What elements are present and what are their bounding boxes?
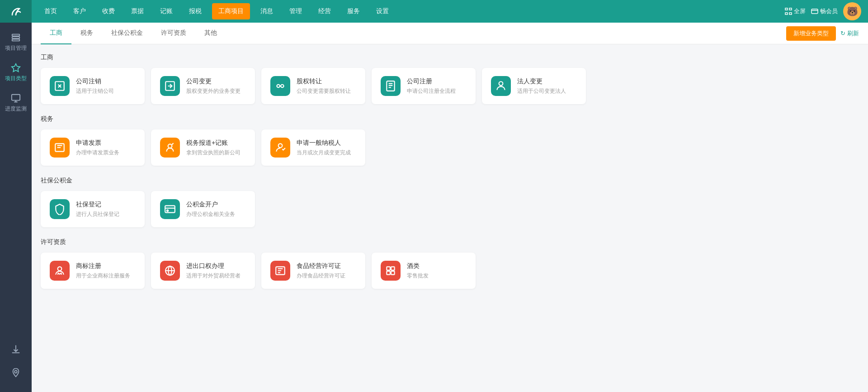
card-alcohol[interactable]: 酒类 零售批发 bbox=[372, 253, 476, 289]
sidebar-item-download[interactable] bbox=[0, 339, 32, 360]
card-info-equity-transfer: 股权转让 公司变更需要股权转让 bbox=[297, 77, 351, 95]
refresh-button[interactable]: ↻ 刷新 bbox=[840, 29, 859, 38]
tab-other[interactable]: 其他 bbox=[195, 23, 226, 44]
card-name-alcohol: 酒类 bbox=[407, 262, 429, 270]
tab-shuiwu[interactable]: 税务 bbox=[71, 23, 102, 44]
card-icon-company-cancel bbox=[50, 76, 70, 96]
nav-service[interactable]: 服务 bbox=[339, 0, 368, 23]
svg-rect-2 bbox=[785, 13, 788, 14]
svg-point-13 bbox=[277, 85, 280, 88]
svg-rect-20 bbox=[165, 206, 175, 212]
nav-customer[interactable]: 客户 bbox=[65, 0, 94, 23]
section-shuiwu: 税务 申请发票 办理申请发票业务 bbox=[41, 115, 859, 166]
card-trademark[interactable]: 商标注册 用于企业商标注册服务 bbox=[41, 253, 145, 289]
card-name-trademark: 商标注册 bbox=[76, 262, 130, 270]
svg-rect-27 bbox=[387, 271, 390, 275]
svg-point-14 bbox=[281, 85, 284, 88]
card-provident-fund[interactable]: 公积金开户 办理公积金相关业务 bbox=[151, 191, 255, 227]
card-icon-company-change bbox=[160, 76, 180, 96]
card-food-license[interactable]: 食品经营许可证 办理食品经营许可证 bbox=[261, 253, 365, 289]
nav-operation[interactable]: 经营 bbox=[310, 0, 339, 23]
section-shebao: 社保公积金 社保登记 进行人员社保登记 bbox=[41, 177, 859, 227]
card-import-export[interactable]: 进出口权办理 适用于对外贸易经营者 bbox=[151, 253, 255, 289]
svg-rect-28 bbox=[391, 271, 395, 275]
svg-rect-0 bbox=[785, 8, 788, 10]
cards-shebao: 社保登记 进行人员社保登记 公积金开户 办理公积金相关业务 bbox=[41, 191, 859, 227]
card-info-company-change: 公司变更 股权变更外的业务变更 bbox=[186, 77, 241, 95]
card-general-taxpayer[interactable]: 申请一般纳税人 当月或次月成变更完成 bbox=[261, 129, 365, 166]
nav-bill[interactable]: 票据 bbox=[123, 0, 152, 23]
card-name-company-change: 公司变更 bbox=[186, 77, 241, 86]
card-info-general-taxpayer: 申请一般纳税人 当月或次月成变更完成 bbox=[297, 139, 351, 157]
nav-manage[interactable]: 管理 bbox=[281, 0, 310, 23]
card-desc-social-security: 进行人员社保登记 bbox=[76, 210, 119, 218]
tab-xuke[interactable]: 许可资质 bbox=[152, 23, 195, 44]
card-info-legal-person-change: 法人变更 适用于公司变更法人 bbox=[517, 77, 566, 95]
svg-point-19 bbox=[278, 143, 283, 148]
sidebar-item-project-manage[interactable]: 项目管理 bbox=[0, 27, 32, 57]
svg-rect-26 bbox=[391, 267, 395, 270]
section-title-shebao: 社保公积金 bbox=[41, 177, 859, 185]
nav-fee[interactable]: 收费 bbox=[94, 0, 123, 23]
membership-label: 畅会员 bbox=[820, 7, 838, 15]
card-info-invoice: 申请发票 办理申请发票业务 bbox=[76, 139, 119, 157]
card-info-trademark: 商标注册 用于企业商标注册服务 bbox=[76, 262, 130, 280]
logo[interactable] bbox=[0, 0, 32, 23]
card-info-tax-report: 税务报道+记账 拿到营业执照的新公司 bbox=[186, 139, 241, 157]
card-tax-report[interactable]: 税务报道+记账 拿到营业执照的新公司 bbox=[151, 129, 255, 166]
tabs: 工商 税务 社保公积金 许可资质 其他 bbox=[41, 23, 226, 44]
card-legal-person-change[interactable]: 法人变更 适用于公司变更法人 bbox=[482, 68, 586, 104]
membership-button[interactable]: 畅会员 bbox=[811, 7, 838, 15]
section-xuke: 许可资质 商标注册 用于企业商标注册服务 bbox=[41, 238, 859, 289]
card-name-food-license: 食品经营许可证 bbox=[297, 262, 345, 270]
nav-home[interactable]: 首页 bbox=[36, 0, 65, 23]
scroll-content[interactable]: 工商 公司注销 适用于注销公司 bbox=[32, 44, 868, 392]
tab-shebao[interactable]: 社保公积金 bbox=[102, 23, 152, 44]
section-gongshang: 工商 公司注销 适用于注销公司 bbox=[41, 53, 859, 104]
card-icon-legal-person-change bbox=[491, 76, 511, 96]
card-name-import-export: 进出口权办理 bbox=[186, 262, 241, 270]
nav-menu: 首页 客户 收费 票据 记账 报税 工商项目 消息 管理 经营 服务 设置 bbox=[32, 0, 785, 23]
card-icon-trademark bbox=[50, 261, 70, 281]
card-icon-company-register bbox=[381, 76, 401, 96]
svg-rect-7 bbox=[12, 39, 20, 41]
card-social-security[interactable]: 社保登记 进行人员社保登记 bbox=[41, 191, 145, 227]
mascot-avatar[interactable]: 🐻 bbox=[843, 2, 861, 20]
sidebar-item-progress[interactable]: 进度监测 bbox=[0, 88, 32, 118]
sidebar-item-location[interactable] bbox=[0, 362, 32, 383]
nav-tax[interactable]: 报税 bbox=[181, 0, 210, 23]
card-info-alcohol: 酒类 零售批发 bbox=[407, 262, 429, 280]
card-desc-trademark: 用于企业商标注册服务 bbox=[76, 272, 130, 280]
card-company-cancel[interactable]: 公司注销 适用于注销公司 bbox=[41, 68, 145, 104]
svg-marker-8 bbox=[12, 64, 20, 72]
tab-gongshang[interactable]: 工商 bbox=[41, 23, 71, 44]
fullscreen-button[interactable]: 全屏 bbox=[785, 7, 806, 15]
card-invoice[interactable]: 申请发票 办理申请发票业务 bbox=[41, 129, 145, 166]
nav-right-area: 全屏 畅会员 🐻 bbox=[785, 2, 868, 20]
sidebar-item-project-type[interactable]: 项目类型 bbox=[0, 57, 32, 88]
cards-shuiwu: 申请发票 办理申请发票业务 税务报道+记账 拿到营业执照的新公司 bbox=[41, 129, 859, 166]
svg-point-10 bbox=[14, 370, 17, 373]
svg-rect-5 bbox=[12, 34, 20, 36]
nav-message[interactable]: 消息 bbox=[252, 0, 281, 23]
nav-settings[interactable]: 设置 bbox=[368, 0, 397, 23]
card-desc-company-change: 股权变更外的业务变更 bbox=[186, 87, 241, 95]
top-navigation: 首页 客户 收费 票据 记账 报税 工商项目 消息 管理 经营 服务 设置 全屏… bbox=[0, 0, 868, 23]
nav-accounting[interactable]: 记账 bbox=[152, 0, 181, 23]
card-icon-import-export bbox=[160, 261, 180, 281]
svg-point-21 bbox=[167, 210, 168, 211]
card-name-social-security: 社保登记 bbox=[76, 201, 119, 209]
card-desc-import-export: 适用于对外贸易经营者 bbox=[186, 272, 241, 280]
card-equity-transfer[interactable]: 股权转让 公司变更需要股权转让 bbox=[261, 68, 365, 104]
add-business-type-button[interactable]: 新增业务类型 bbox=[786, 26, 836, 41]
card-name-equity-transfer: 股权转让 bbox=[297, 77, 351, 86]
card-company-register[interactable]: 公司注册 申请公司注册全流程 bbox=[372, 68, 476, 104]
card-icon-provident-fund bbox=[160, 199, 180, 219]
refresh-icon: ↻ bbox=[840, 30, 845, 37]
tab-bar: 工商 税务 社保公积金 许可资质 其他 新增业务类型 ↻ 刷新 bbox=[32, 23, 868, 44]
card-desc-alcohol: 零售批发 bbox=[407, 272, 429, 280]
nav-business[interactable]: 工商项目 bbox=[212, 3, 250, 19]
card-company-change[interactable]: 公司变更 股权变更外的业务变更 bbox=[151, 68, 255, 104]
section-title-xuke: 许可资质 bbox=[41, 238, 859, 246]
svg-rect-6 bbox=[12, 37, 20, 38]
